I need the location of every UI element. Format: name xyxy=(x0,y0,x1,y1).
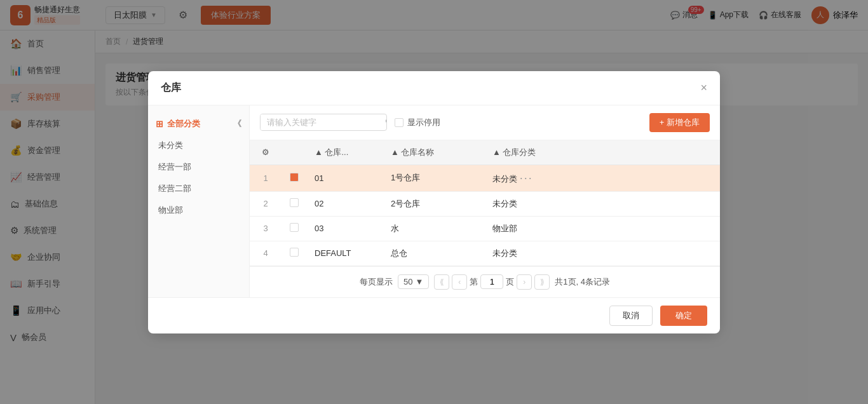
modal-footer: 取消 确定 xyxy=(148,297,720,333)
modal-close-button[interactable]: × xyxy=(700,81,707,95)
page-navigation: ⟪ ‹ 第 页 › ⟫ xyxy=(434,274,550,290)
modal-body: ⊞ 全部分类 《 未分类 经营一部 经营二部 物业部 🔍 xyxy=(148,105,720,297)
total-records-label: 共1页, 4条记录 xyxy=(555,276,610,288)
next-page-button[interactable]: › xyxy=(517,274,532,290)
modal-header: 仓库 × xyxy=(148,71,720,105)
row-category-3: 物业部 xyxy=(485,216,720,241)
category-operations2[interactable]: 经营二部 xyxy=(148,178,249,199)
row-category-1: 未分类 ··· xyxy=(485,165,720,191)
row-name-1: 1号仓库 xyxy=(383,165,485,191)
table-header-row: ⚙ ▲ 仓库... ▲ 仓库名称 ▲ 仓库分类 xyxy=(250,140,720,165)
row-category-2: 未分类 xyxy=(485,191,720,216)
modal-overlay: 仓库 × ⊞ 全部分类 《 未分类 经营一部 经营二部 物业部 xyxy=(0,0,868,404)
cancel-button[interactable]: 取消 xyxy=(609,306,653,326)
page-label: 第 xyxy=(470,276,478,288)
per-page-label: 每页显示 xyxy=(360,276,393,288)
table-row[interactable]: 4 DEFAULT 总仓 未分类 xyxy=(250,241,720,266)
last-page-button[interactable]: ⟫ xyxy=(534,274,550,290)
search-input[interactable] xyxy=(261,114,380,130)
row-check-4[interactable] xyxy=(281,241,307,266)
col-header-category: ▲ 仓库分类 xyxy=(485,140,720,165)
row-code-4: DEFAULT xyxy=(307,241,383,266)
prev-page-button[interactable]: ‹ xyxy=(452,274,467,290)
category-panel: ⊞ 全部分类 《 未分类 经营一部 经营二部 物业部 xyxy=(148,105,250,297)
search-box: 🔍 xyxy=(260,114,387,131)
search-icon[interactable]: 🔍 xyxy=(380,114,387,130)
pagination: 每页显示 50 ▼ ⟪ ‹ 第 页 › ⟫ 共1页, 4条记录 xyxy=(250,266,720,297)
category-operations1[interactable]: 经营一部 xyxy=(148,156,249,178)
collapse-button[interactable]: 《 xyxy=(233,118,241,130)
row-check-1[interactable] xyxy=(281,165,307,191)
row-code-3: 03 xyxy=(307,216,383,241)
category-property[interactable]: 物业部 xyxy=(148,199,249,221)
confirm-button[interactable]: 确定 xyxy=(660,306,707,326)
warehouse-modal: 仓库 × ⊞ 全部分类 《 未分类 经营一部 经营二部 物业部 xyxy=(148,71,720,333)
grid-icon: ⊞ xyxy=(156,119,163,129)
first-page-button[interactable]: ⟪ xyxy=(434,274,449,290)
row-name-3: 水 xyxy=(383,216,485,241)
row-check-2[interactable] xyxy=(281,191,307,216)
row-category-4: 未分类 xyxy=(485,241,720,266)
table-row[interactable]: 1 01 1号仓库 未分类 ··· xyxy=(250,165,720,191)
warehouse-table: ⚙ ▲ 仓库... ▲ 仓库名称 ▲ 仓库分类 xyxy=(250,140,720,266)
col-header-check xyxy=(281,140,307,165)
row-num-3: 3 xyxy=(250,216,281,241)
category-unclassified[interactable]: 未分类 xyxy=(148,135,249,156)
page-number-input[interactable] xyxy=(480,274,503,289)
page-unit: 页 xyxy=(506,276,514,288)
add-warehouse-button[interactable]: + 新增仓库 xyxy=(649,113,710,132)
table-row[interactable]: 2 02 2号仓库 未分类 xyxy=(250,191,720,216)
row-actions-icon[interactable]: ··· xyxy=(520,172,533,185)
warehouse-table-container: ⚙ ▲ 仓库... ▲ 仓库名称 ▲ 仓库分类 xyxy=(250,140,720,266)
page-size-selector[interactable]: 50 ▼ xyxy=(398,274,429,289)
row-name-2: 2号仓库 xyxy=(383,191,485,216)
warehouse-list-panel: 🔍 显示停用 + 新增仓库 ⚙ xyxy=(250,105,720,297)
row-code-1: 01 xyxy=(307,165,383,191)
col-header-name: ▲ 仓库名称 xyxy=(383,140,485,165)
row-num-2: 2 xyxy=(250,191,281,216)
col-header-settings[interactable]: ⚙ xyxy=(250,140,281,165)
row-num-1: 1 xyxy=(250,165,281,191)
show-disabled-label[interactable]: 显示停用 xyxy=(395,117,440,128)
modal-title: 仓库 xyxy=(161,81,181,95)
show-disabled-checkbox[interactable] xyxy=(395,118,403,127)
all-categories-item[interactable]: ⊞ 全部分类 《 xyxy=(148,113,249,135)
col-header-code: ▲ 仓库... xyxy=(307,140,383,165)
row-num-4: 4 xyxy=(250,241,281,266)
table-toolbar: 🔍 显示停用 + 新增仓库 xyxy=(250,105,720,140)
row-check-3[interactable] xyxy=(281,216,307,241)
table-row[interactable]: 3 03 水 物业部 xyxy=(250,216,720,241)
row-code-2: 02 xyxy=(307,191,383,216)
page-size-dropdown-icon: ▼ xyxy=(415,277,423,286)
row-name-4: 总仓 xyxy=(383,241,485,266)
